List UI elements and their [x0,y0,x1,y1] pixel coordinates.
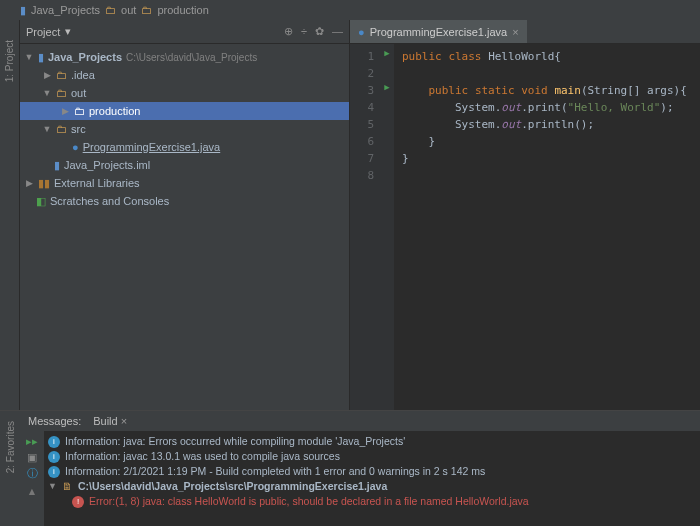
info-icon: i [48,436,60,448]
file-icon: 🗎 [62,479,73,494]
rail-favorites[interactable]: 2: Favorites [5,421,16,473]
gear-icon[interactable]: ✿ [315,25,324,38]
line-gutter: 12 34 56 78 [350,44,380,410]
module-icon: ▮ [20,4,26,17]
java-icon: ● [358,26,365,38]
message-line[interactable]: i Information: javac 13.0.1 was used to … [48,449,700,464]
rail-project[interactable]: 1: Project [4,40,15,82]
project-panel: Project ▾ ⊕ ÷ ✿ — ▼▮ Java_Projects C:\Us… [20,20,350,410]
code-content[interactable]: public class HelloWorld{ public static v… [394,44,700,410]
folder-icon: 🗀 [141,4,152,16]
hide-icon[interactable]: — [332,25,343,38]
folder-icon: 🗀 [105,4,116,16]
tree-idea[interactable]: ▶🗀 .idea [20,66,349,84]
editor-tab-bar: ● ProgrammingExercise1.java × [350,20,700,44]
project-tree[interactable]: ▼▮ Java_Projects C:\Users\david\Java_Pro… [20,44,349,410]
tree-java-file[interactable]: ● ProgrammingExercise1.java [20,138,349,156]
tree-production[interactable]: ▶🗀 production [20,102,349,120]
left-tool-rail: 1: Project [0,20,20,410]
messages-title: Messages: [28,415,81,427]
crumb-project[interactable]: Java_Projects [31,4,100,16]
tree-scratches[interactable]: ◧ Scratches and Consoles [20,192,349,210]
info-icon: i [48,466,60,478]
stop-icon[interactable]: ▣ [27,451,37,463]
editor-tab[interactable]: ● ProgrammingExercise1.java × [350,20,527,43]
close-icon[interactable]: × [512,26,518,38]
panel-title[interactable]: Project [26,26,60,38]
message-file[interactable]: ▼ 🗎 C:\Users\david\Java_Projects\src\Pro… [48,479,700,494]
tree-root[interactable]: ▼▮ Java_Projects C:\Users\david\Java_Pro… [20,48,349,66]
message-line[interactable]: i Information: java: Errors occurred whi… [48,434,700,449]
rerun-icon[interactable]: ▸▸ [26,435,38,447]
code-editor[interactable]: 12 34 56 78 ▶▶ public class HelloWorld{ … [350,44,700,410]
tab-label: ProgrammingExercise1.java [370,26,508,38]
dropdown-icon[interactable]: ▾ [65,25,71,38]
info-toggle-icon[interactable]: ⓘ [27,467,38,481]
run-gutter[interactable]: ▶▶ [380,44,394,410]
tree-ext-lib[interactable]: ▶▮▮ External Libraries [20,174,349,192]
breadcrumb: ▮ Java_Projects 🗀 out 🗀 production [0,0,700,20]
message-error[interactable]: ! Error:(1, 8) java: class HelloWorld is… [48,494,700,509]
tree-src[interactable]: ▼🗀 src [20,120,349,138]
messages-panel: 2: Favorites Messages: Build × ▸▸ ▣ ⓘ ▲ … [0,410,700,526]
crumb-out[interactable]: out [121,4,136,16]
info-icon: i [48,451,60,463]
tree-iml-file[interactable]: ▮ Java_Projects.iml [20,156,349,174]
crumb-production[interactable]: production [157,4,208,16]
target-icon[interactable]: ⊕ [284,25,293,38]
messages-tab-build[interactable]: Build × [93,415,127,427]
warn-toggle-icon[interactable]: ▲ [27,485,37,497]
collapse-icon[interactable]: ÷ [301,25,307,38]
message-line[interactable]: i Information: 2/1/2021 1:19 PM - Build … [48,464,700,479]
error-icon: ! [72,496,84,508]
tree-out[interactable]: ▼🗀 out [20,84,349,102]
